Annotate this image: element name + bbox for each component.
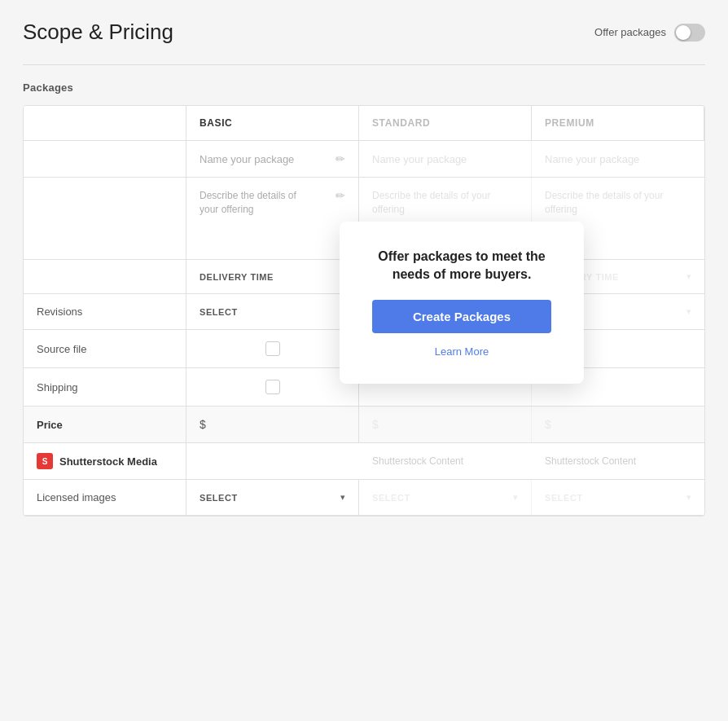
- offer-packages-label: Offer packages: [594, 26, 666, 38]
- basic-price-symbol: $: [200, 418, 206, 431]
- revisions-row-label: Revisions: [24, 294, 186, 329]
- premium-price-cell: $: [532, 407, 704, 442]
- basic-licensed-chevron: ▾: [340, 492, 345, 503]
- shutterstock-row: S Shutterstock Media Shutterstock Conten…: [24, 443, 704, 480]
- basic-licensed-images-cell[interactable]: SELECT ▾: [186, 480, 359, 515]
- premium-licensed-images-cell: SELECT ▾: [532, 480, 704, 515]
- standard-name-placeholder: Name your package: [372, 153, 518, 165]
- shutterstock-premium-content: Shutterstock Content: [532, 446, 704, 477]
- shutterstock-label: Shutterstock Media: [59, 455, 157, 468]
- basic-source-file-checkbox[interactable]: [265, 341, 280, 356]
- basic-describe-edit-icon[interactable]: ✏: [335, 189, 345, 202]
- basic-delivery-label: DELIVERY TIME: [200, 272, 274, 282]
- premium-licensed-chevron: ▾: [686, 492, 691, 503]
- header-divider: [23, 64, 705, 65]
- price-label: Price: [24, 407, 186, 442]
- packages-table: BASIC STANDARD PREMIUM Name your package…: [23, 105, 705, 517]
- basic-name-edit-icon[interactable]: ✏: [335, 152, 345, 165]
- standard-licensed-images-cell: SELECT ▾: [359, 480, 532, 515]
- premium-revisions-chevron: ▾: [686, 306, 691, 317]
- col-standard-header: STANDARD: [359, 106, 532, 140]
- standard-describe-placeholder: Describe the details of your offering: [372, 189, 518, 217]
- basic-describe-cell[interactable]: Describe the details ofyour offering ✏: [186, 178, 359, 259]
- basic-price-cell[interactable]: $: [186, 407, 359, 442]
- name-row: Name your package ✏ Name your package Na…: [24, 141, 704, 178]
- standard-price-cell: $: [359, 407, 532, 442]
- delivery-row-label: [24, 260, 186, 293]
- create-packages-button[interactable]: Create Packages: [372, 300, 551, 333]
- basic-revisions-label: SELECT: [200, 307, 238, 317]
- standard-licensed-images-select: SELECT: [372, 493, 410, 503]
- basic-describe-placeholder: Describe the details ofyour offering: [200, 189, 329, 217]
- table-header-row: BASIC STANDARD PREMIUM: [24, 106, 704, 141]
- shutterstock-standard-content: Shutterstock Content: [359, 446, 532, 477]
- overlay-title: Offer packages to meet the needs of more…: [372, 248, 551, 284]
- basic-name-placeholder: Name your package: [200, 153, 329, 165]
- premium-price-symbol: $: [545, 418, 551, 431]
- packages-section-title: Packages: [23, 81, 705, 94]
- basic-shipping-cell[interactable]: [186, 368, 359, 406]
- shipping-label: Shipping: [24, 368, 186, 406]
- source-file-label: Source file: [24, 330, 186, 367]
- col-basic-header: BASIC: [186, 106, 359, 140]
- basic-shipping-checkbox[interactable]: [265, 380, 280, 394]
- learn-more-link[interactable]: Learn More: [435, 345, 489, 358]
- licensed-images-row: Licensed images SELECT ▾ SELECT ▾ SELECT…: [24, 480, 704, 516]
- basic-delivery-cell[interactable]: DELIVERY TIME ▾: [186, 260, 359, 293]
- price-row: Price $ $ $: [24, 407, 704, 443]
- premium-delivery-chevron: ▾: [686, 271, 691, 282]
- standard-price-symbol: $: [372, 418, 379, 431]
- standard-licensed-chevron: ▾: [513, 492, 518, 503]
- premium-licensed-images-select: SELECT: [545, 493, 583, 503]
- basic-source-file-cell[interactable]: [186, 330, 359, 367]
- packages-overlay: Offer packages to meet the needs of more…: [340, 222, 584, 385]
- basic-name-cell[interactable]: Name your package ✏: [186, 141, 359, 177]
- standard-name-cell: Name your package: [359, 141, 532, 177]
- premium-name-cell: Name your package: [532, 141, 704, 177]
- premium-name-placeholder: Name your package: [545, 153, 691, 165]
- col-premium-header: PREMIUM: [532, 106, 704, 140]
- licensed-images-label: Licensed images: [24, 480, 186, 515]
- basic-revisions-cell[interactable]: SELECT ▾: [186, 294, 359, 329]
- premium-describe-placeholder: Describe the details of your offering: [545, 189, 691, 217]
- describe-row-label: [24, 178, 186, 259]
- offer-packages-toggle[interactable]: [674, 24, 705, 42]
- col-empty-header: [24, 106, 186, 140]
- basic-licensed-images-select: SELECT: [200, 493, 238, 503]
- shutterstock-icon: S: [37, 453, 53, 469]
- page-title: Scope & Pricing: [23, 20, 173, 45]
- name-row-label: [24, 141, 186, 177]
